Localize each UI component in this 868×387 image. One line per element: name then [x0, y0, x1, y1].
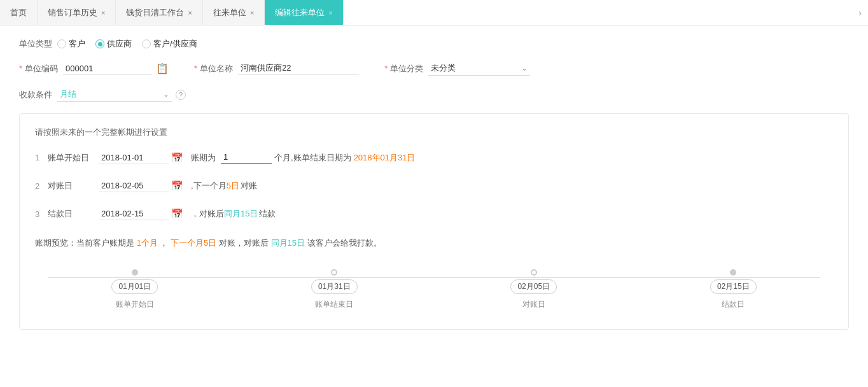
unit-type-label: 单位类型 [19, 38, 52, 50]
period-reconcile-highlight: 5日 [227, 180, 239, 192]
timeline-badge-4: 02月15日 [710, 279, 757, 294]
preview-end: 该客户会给我打款。 [307, 238, 382, 248]
period-row-2-suffix: 对账 [241, 180, 257, 192]
tabs-next-arrow[interactable]: › [852, 8, 868, 18]
radio-supplier[interactable]: 供应商 [95, 38, 132, 50]
period-payment-highlight: 同月15日 [224, 208, 258, 220]
period-row-1-num: 1 [35, 153, 48, 162]
tab-edit-partner[interactable]: 编辑往来单位 × [265, 0, 343, 25]
tab-edit-partner-label: 编辑往来单位 [275, 7, 325, 18]
period-row-3: 3 结款日 📅 ，对账后 同月15日 结款 [35, 208, 833, 220]
radio-customer[interactable]: 客户 [57, 38, 85, 50]
period-row-2-prefix: ,下一个月 [191, 180, 227, 192]
period-row-3-suffix: 结款 [259, 208, 276, 220]
radio-customer-label: 客户 [69, 38, 85, 50]
period-reconcile-date-input[interactable] [99, 179, 169, 192]
tab-sales-history[interactable]: 销售订单历史 × [38, 0, 116, 25]
period-row-2-field: 对账日 [48, 180, 99, 192]
timeline-point-1: 01月01日 账单开始日 [35, 269, 235, 310]
period-payment-cal-icon[interactable]: 📅 [171, 208, 183, 220]
tab-home[interactable]: 首页 [0, 0, 38, 25]
unit-code-star: * [19, 64, 22, 73]
unit-name-star: * [194, 64, 197, 73]
timeline-point-3: 02月05日 对账日 [434, 269, 634, 310]
timeline-dot-1 [132, 269, 138, 276]
payment-group: 收款条件 月结 ⌄ ? [19, 87, 186, 102]
preview-text: 账期预览：当前客户账期是 1个月 ， 下一个月5日 对账，对账后 同月15日 该… [35, 236, 833, 250]
period-row-1-suffix: 个月,账单结束日期为 [274, 152, 351, 164]
tab-home-label: 首页 [10, 7, 27, 18]
timeline-label-2: 账单结束日 [315, 299, 353, 310]
period-row-1-prefix: 账期为 [191, 152, 216, 164]
radio-group: 客户 供应商 客户/供应商 [57, 38, 197, 50]
payment-label: 收款条件 [19, 89, 52, 101]
classify-arrow-icon: ⌄ [521, 64, 528, 73]
page-content: 单位类型 客户 供应商 客户/供应商 * 单位编码 [0, 25, 868, 387]
timeline-badge-2: 01月31日 [311, 279, 358, 294]
unit-name-input[interactable] [238, 62, 359, 75]
timeline-points: 01月01日 账单开始日 01月31日 账单结束日 02月05日 对账日 [35, 269, 833, 310]
tab-partner-unit-label: 往来单位 [213, 7, 246, 18]
preview-period-highlight: 1个月 [137, 238, 158, 248]
payment-value: 月结 [60, 88, 163, 100]
tab-partner-unit-close[interactable]: × [250, 9, 254, 17]
radio-both[interactable]: 客户/供应商 [142, 38, 197, 50]
tabs-bar: 首页 销售订单历史 × 钱货日清工作台 × 往来单位 × 编辑往来单位 × › [0, 0, 868, 25]
period-start-date-input[interactable] [99, 151, 169, 164]
copy-icon[interactable]: 📋 [156, 62, 169, 74]
period-end-date-highlight: 2018年01月31日 [354, 152, 416, 164]
radio-customer-circle [57, 39, 66, 48]
preview-mid1: ， [160, 238, 168, 248]
timeline-point-2: 01月31日 账单结束日 [235, 269, 435, 310]
unit-info-row: * 单位编码 📋 * 单位名称 * 单位分类 未分类 ⌄ [19, 61, 849, 76]
tab-sales-history-label: 销售订单历史 [48, 7, 97, 18]
unit-name-group: * 单位名称 [194, 62, 359, 75]
period-payment-date-input[interactable] [99, 208, 169, 220]
timeline-label-4: 结款日 [722, 299, 745, 310]
unit-type-row: 单位类型 客户 供应商 客户/供应商 [19, 38, 849, 50]
radio-supplier-label: 供应商 [107, 38, 132, 50]
timeline-badge-3: 02月05日 [510, 279, 557, 294]
timeline-dot-4 [730, 269, 736, 276]
tab-partner-unit[interactable]: 往来单位 × [203, 0, 265, 25]
unit-classify-dropdown[interactable]: 未分类 ⌄ [428, 61, 530, 76]
unit-classify-label: 单位分类 [390, 63, 423, 74]
period-row-1: 1 账单开始日 📅 账期为 个月,账单结束日期为 2018年01月31日 [35, 151, 833, 164]
period-months-input[interactable] [221, 151, 272, 164]
period-reconcile-cal-icon[interactable]: 📅 [171, 180, 183, 192]
timeline-label-1: 账单开始日 [116, 299, 154, 310]
period-box: 请按照未来的一个完整帐期进行设置 1 账单开始日 📅 账期为 个月,账单结束日期… [19, 113, 849, 330]
unit-classify-value: 未分类 [431, 62, 521, 74]
radio-both-circle [142, 39, 151, 48]
unit-name-label: 单位名称 [200, 63, 233, 74]
period-row-2: 2 对账日 📅 ,下一个月 5日 对账 [35, 179, 833, 192]
period-title: 请按照未来的一个完整帐期进行设置 [35, 127, 833, 138]
unit-code-label: 单位编码 [25, 63, 58, 74]
unit-code-group: * 单位编码 📋 [19, 62, 169, 75]
period-row-2-num: 2 [35, 181, 48, 191]
period-start-cal-icon[interactable]: 📅 [171, 152, 183, 164]
preview-reconcile-highlight: 下一个月5日 [171, 238, 216, 248]
tab-cash-work-close[interactable]: × [188, 9, 192, 17]
timeline-point-4: 02月15日 结款日 [634, 269, 834, 310]
unit-classify-star: * [384, 64, 388, 73]
radio-supplier-circle [95, 39, 104, 48]
tab-cash-work-label: 钱货日清工作台 [126, 7, 184, 18]
unit-type-group: 单位类型 客户 供应商 客户/供应商 [19, 38, 197, 50]
payment-dropdown[interactable]: 月结 ⌄ [57, 87, 172, 102]
timeline-badge-1: 01月01日 [111, 279, 158, 294]
payment-arrow-icon: ⌄ [163, 90, 169, 99]
period-row-1-field: 账单开始日 [48, 152, 99, 164]
payment-row: 收款条件 月结 ⌄ ? [19, 87, 849, 102]
unit-code-input[interactable] [63, 62, 152, 75]
timeline-dot-3 [531, 269, 537, 276]
period-row-3-field: 结款日 [48, 208, 99, 220]
help-icon[interactable]: ? [176, 90, 186, 100]
preview-mid2: 对账，对账后 [219, 238, 269, 248]
timeline-label-3: 对账日 [522, 299, 545, 310]
tab-cash-work[interactable]: 钱货日清工作台 × [116, 0, 202, 25]
unit-classify-group: * 单位分类 未分类 ⌄ [384, 61, 530, 76]
tab-sales-history-close[interactable]: × [101, 9, 105, 17]
tab-edit-partner-close[interactable]: × [328, 9, 332, 17]
timeline: 01月01日 账单开始日 01月31日 账单结束日 02月05日 对账日 [35, 263, 833, 316]
